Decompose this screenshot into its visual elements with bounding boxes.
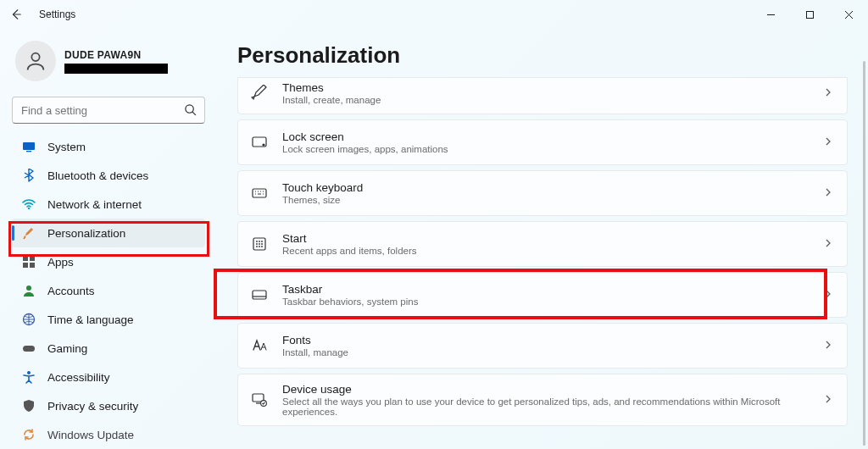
wifi-icon [22,197,36,211]
svg-point-19 [259,241,260,242]
app-title: Settings [39,8,75,20]
svg-rect-16 [253,189,266,197]
svg-point-25 [259,246,260,247]
chevron-right-icon [823,86,833,101]
card-fonts[interactable]: Fonts Install, manage [237,323,848,369]
svg-rect-8 [23,263,28,268]
nav-item-privacy[interactable]: Privacy & security [12,391,205,420]
brush-icon [22,226,36,240]
minimize-button[interactable] [751,2,790,27]
chevron-right-icon [823,186,833,201]
svg-point-10 [26,285,31,291]
nav-item-apps[interactable]: Apps [12,247,205,276]
nav-item-time-language[interactable]: Time & language [12,305,205,334]
nav-label: Gaming [47,342,87,355]
svg-rect-9 [30,263,35,268]
svg-rect-27 [253,291,266,299]
svg-point-5 [28,208,30,209]
nav-label: System [47,141,86,153]
chevron-right-icon [823,392,833,407]
start-icon [250,235,269,253]
card-subtitle: Taskbar behaviors, system pins [282,297,810,307]
card-lock-screen[interactable]: Lock screen Lock screen images, apps, an… [237,119,848,165]
card-subtitle: Themes, size [282,195,810,205]
svg-point-23 [261,243,263,245]
svg-point-21 [256,243,258,245]
nav-label: Accessibility [47,371,110,384]
card-title: Themes [282,81,810,94]
apps-icon [22,255,36,269]
close-button[interactable] [829,2,868,27]
bluetooth-icon [22,169,36,182]
nav-label: Network & internet [47,198,142,211]
titlebar: Settings [0,0,868,29]
themes-icon [250,84,269,103]
chevron-right-icon [823,236,833,252]
person-icon [22,284,36,297]
svg-point-15 [262,143,264,146]
lock-screen-icon [250,133,269,152]
system-icon [22,140,36,153]
nav-item-accessibility[interactable]: Accessibility [12,363,205,391]
card-subtitle: Install, manage [282,347,810,358]
nav-item-accounts[interactable]: Accounts [12,276,205,305]
card-device-usage[interactable]: Device usage Select all the ways you pla… [237,374,848,426]
nav-item-network[interactable]: Network & internet [12,190,205,219]
nav-label: Apps [47,256,74,269]
nav-label: Time & language [47,313,134,326]
svg-rect-7 [30,256,35,261]
svg-point-22 [259,243,260,245]
svg-rect-3 [23,142,35,150]
nav-item-bluetooth[interactable]: Bluetooth & devices [12,161,205,190]
svg-rect-0 [806,11,813,18]
card-title: Start [282,232,810,245]
search-input[interactable] [12,97,205,124]
card-title: Fonts [282,334,810,346]
nav-label: Privacy & security [47,400,138,413]
svg-point-18 [256,241,258,242]
accessibility-icon [22,370,36,384]
card-subtitle: Install, create, manage [282,95,810,105]
back-button[interactable] [8,7,24,22]
nav-label: Accounts [47,285,95,297]
sidebar: DUDE PAWA9N System Bluetooth & devices N… [0,29,214,449]
user-name: DUDE PAWA9N [64,49,168,61]
svg-point-26 [261,246,263,247]
page-title: Personalization [237,42,853,69]
card-themes[interactable]: Themes Install, create, manage [237,77,848,114]
nav-item-gaming[interactable]: Gaming [12,334,205,363]
taskbar-icon [250,285,269,304]
card-title: Taskbar [282,283,810,296]
card-title: Device usage [282,383,810,396]
card-subtitle: Lock screen images, apps, animations [282,144,810,154]
maximize-button[interactable] [790,2,829,27]
nav-label: Windows Update [47,429,134,441]
globe-icon [22,313,36,326]
svg-point-13 [27,371,31,374]
nav-item-system[interactable]: System [12,132,205,161]
card-touch-keyboard[interactable]: Touch keyboard Themes, size [237,170,848,216]
nav-label: Bluetooth & devices [47,169,148,182]
svg-point-2 [186,105,193,113]
chevron-right-icon [823,287,833,302]
shield-icon [22,399,36,413]
svg-point-1 [31,53,39,61]
nav-item-personalization[interactable]: Personalization [12,219,205,247]
update-icon [22,428,36,441]
device-usage-icon [250,391,269,409]
user-account-row[interactable]: DUDE PAWA9N [12,41,205,81]
chevron-right-icon [823,135,833,150]
card-taskbar[interactable]: Taskbar Taskbar behaviors, system pins [237,272,848,318]
card-subtitle: Recent apps and items, folders [282,246,810,256]
nav-item-windows-update[interactable]: Windows Update [12,420,205,449]
card-start[interactable]: Start Recent apps and items, folders [237,221,848,267]
nav-label: Personalization [47,227,125,240]
card-subtitle: Select all the ways you plan to use your… [282,396,810,417]
svg-point-24 [256,246,258,247]
chevron-right-icon [823,338,833,353]
keyboard-icon [250,184,269,202]
card-title: Lock screen [282,130,810,143]
svg-point-20 [261,241,263,242]
scrollbar[interactable] [863,61,865,446]
avatar [15,41,56,81]
